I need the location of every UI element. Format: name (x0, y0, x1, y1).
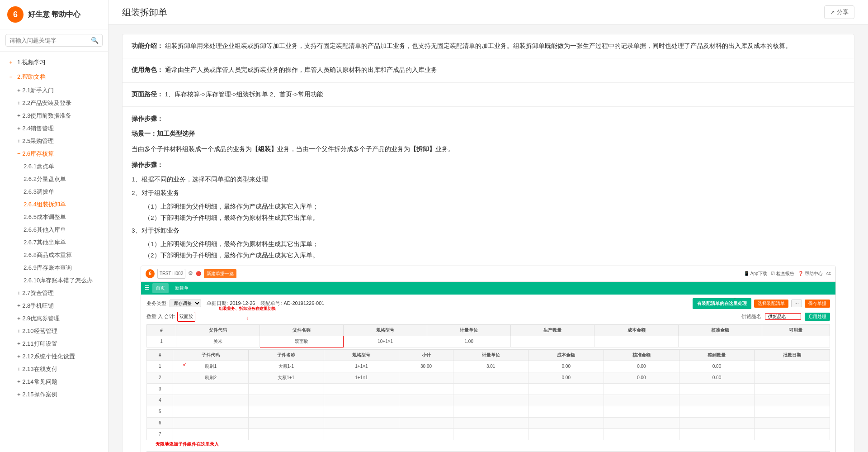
sidebar-item-docs-215[interactable]: + 2.15操作案例 (0, 388, 108, 401)
ss-upper-th-avail: 可用量 (762, 324, 830, 336)
ss-green-bar: 有装配清单的在这里处理 (693, 298, 751, 309)
role-block: 使用角色： 通常由生产人员或库管人员完成拆装业务的操作，库管人员确认原材料的出库… (123, 58, 854, 82)
sidebar-item-docs-212[interactable]: + 2.12系统个性化设置 (0, 350, 108, 363)
step-3-sub1: （1）上部明细为父件明细，最终作为原材料生成其它出库单； (144, 239, 845, 250)
ss-lower-th-unit: 计量单位 (453, 349, 528, 361)
ss-helpcenter: ❓ 帮助中心 (798, 270, 823, 278)
ss-red-dot: 🔴 (196, 270, 201, 278)
ss-upper-table: # 父件代码 父件名称 规格型号 计量单位 生产数量 成本金额 核准金额 可用量 (146, 324, 830, 347)
expand-icon-docs-29: + (17, 315, 22, 322)
role-text: 通常由生产人员或库管人员完成拆装业务的操作，库管人员确认原材料的出库和产成品的入… (165, 67, 437, 73)
sidebar-item-docs-28[interactable]: + 2.8手机旺铺 (0, 300, 108, 312)
ss-more-btn[interactable]: ⋯ (791, 300, 802, 307)
ss-upper-th-qty: 生产数量 (511, 324, 594, 336)
ss-tab-new[interactable]: 新建单 (171, 283, 192, 293)
step-2: 2、对于组装业务 (132, 188, 845, 199)
expand-icon-docs-24: + (17, 125, 22, 132)
ss-assembly-annotation-wrapper: 组装业务、拆卸业务在这里切换 ↓ (219, 303, 276, 323)
ss-id-select: TEST-H002 (157, 269, 185, 279)
sidebar-item-videos[interactable]: + 1.视频学习 (0, 55, 108, 70)
ss-upper-th-name: 父件名称 (259, 324, 343, 336)
expand-icon-docs-23: + (17, 112, 22, 119)
sidebar-item-docs[interactable]: − 2.帮助文档 (0, 70, 108, 84)
ss-lower-row-3: 3 (147, 383, 830, 395)
sidebar-item-videos-label: 1.视频学习 (17, 58, 46, 67)
sidebar-item-docs-210[interactable]: + 2.10经营管理 (0, 325, 108, 338)
expand-icon-docs-22: + (17, 100, 22, 106)
ss-tab-home[interactable]: 自页 (152, 283, 169, 293)
ss-supplier-input[interactable] (765, 313, 801, 320)
intro-block: 功能介绍： 组装拆卸单用来处理企业组装或拆卸等加工业务，支持有固定装配清单的产品… (123, 34, 854, 58)
sidebar-item-docs-268[interactable]: 2.6.8商品成本重算 (0, 249, 108, 262)
sidebar-item-docs-267[interactable]: 2.6.7其他出库单 (0, 236, 108, 249)
main-content: 组装拆卸单 ↗ 分享 功能介绍： 组装拆卸单用来处理企业组装或拆卸等加工业务，支… (108, 0, 868, 452)
ss-lower-th-spec: 规格型号 (324, 349, 399, 361)
sidebar-item-docs-213[interactable]: + 2.13在线支付 (0, 363, 108, 376)
ops-steps-title: 操作步骤： (132, 160, 845, 171)
share-button[interactable]: ↗ 分享 (824, 5, 854, 19)
sidebar-item-docs-266[interactable]: 2.6.6其他入库单 (0, 224, 108, 236)
search-input[interactable] (9, 37, 91, 44)
path-label: 页面路径： (132, 91, 163, 98)
ss-green-annotation: ↑ (734, 295, 736, 303)
ss-upper-th-approve: 核准金额 (678, 324, 762, 336)
intro-text: 组装拆卸单用来处理企业组装或拆卸等加工业务，支持有固定装配清单的产品加工业务，也… (165, 43, 792, 49)
sidebar-item-docs-211[interactable]: + 2.11打印设置 (0, 338, 108, 350)
ss-app-link: 📱 App下载 (744, 270, 767, 278)
expand-icon-docs-213: + (17, 366, 22, 372)
ss-biz-type-label: 业务类型: (146, 299, 168, 308)
step-1: 1、根据不同的业务，选择不同单据的类型来处理 (132, 174, 845, 185)
sidebar-item-docs-29[interactable]: + 2.9优惠券管理 (0, 312, 108, 325)
sidebar-item-docs-24[interactable]: + 2.4销售管理 (0, 122, 108, 135)
expand-icon-docs-210: + (17, 328, 22, 334)
scene-desc: 当由多个子件材料组装成一个成品的业务为【组装】业务，当由一个父件拆分成多个子产品… (132, 144, 845, 155)
search-icon[interactable]: 🔍 (91, 37, 99, 44)
ss-enable-btn[interactable]: 启用处理 (805, 313, 830, 321)
ss-header-row: 6 TEST-H002 ⚙ 🔴 新建单据一览 📱 App下载 ☑ 检查报告 ❓ … (141, 266, 835, 282)
ss-upper-row-1: 1 关米 双面胶 10+1×1 1.00 (147, 336, 830, 347)
expand-icon-docs-28: + (17, 302, 22, 309)
sidebar-item-docs-23[interactable]: + 2.3使用前数据准备 (0, 109, 108, 122)
sidebar-item-docs-263[interactable]: 2.6.3调拨单 (0, 186, 108, 198)
ss-lower-th-qty: 小计 (399, 349, 453, 361)
ss-save-btn[interactable]: 保存单据 (805, 300, 830, 308)
ss-biz-type-select[interactable]: 库存调整 (170, 300, 201, 307)
ss-lower-table: # 子件代码 子件名称 规格型号 小计 计量单位 成本金额 核准金额 (146, 349, 830, 440)
sidebar-item-docs-label: 2.帮助文档 (17, 73, 46, 81)
nav-tree: + 1.视频学习 − 2.帮助文档 + 2.1新手入门 + 2.2产品安装及登录… (0, 52, 108, 452)
sidebar-item-docs-214[interactable]: + 2.14常见问题 (0, 376, 108, 388)
sidebar-item-docs-269[interactable]: 2.6.9库存账本查询 (0, 262, 108, 274)
sidebar-item-docs-26[interactable]: − 2.6库存核算 (0, 147, 108, 160)
screenshot-mock: 6 TEST-H002 ⚙ 🔴 新建单据一览 📱 App下载 ☑ 检查报告 ❓ … (141, 266, 835, 452)
ss-green-text: 有装配清单的在这里处理 (697, 300, 747, 308)
sidebar-item-docs-261[interactable]: 2.6.1盘点单 (0, 160, 108, 173)
share-label: 分享 (837, 8, 849, 16)
content-card: 功能介绍： 组装拆卸单用来处理企业组装或拆卸等加工业务，支持有固定装配清单的产品… (122, 34, 854, 452)
ss-lower-row-1: 1 刷刷1 大额1-1 1+1×1 30.00 3.01 0.00 0.00 (147, 361, 830, 372)
ss-form-area: 业务类型: 库存调整 单据日期: 2019-12-26 (141, 295, 835, 452)
expand-icon-docs-27: + (17, 290, 22, 296)
ss-lower-th-cost: 成本金额 (528, 349, 604, 361)
ss-sidebar-icon: ☰ (145, 283, 150, 293)
sidebar-item-docs-21[interactable]: + 2.1新手入门 (0, 84, 108, 97)
sidebar-item-docs-262[interactable]: 2.6.2分量盘点单 (0, 173, 108, 186)
ss-lower-th-approve: 核准金额 (604, 349, 679, 361)
sidebar-item-docs-22[interactable]: + 2.2产品安装及登录 (0, 97, 108, 109)
sidebar-item-docs-264[interactable]: 2.6.4组装拆卸单 (0, 198, 108, 211)
ss-lower-annotation: 无限地添加子件组件在这里录入 (156, 440, 219, 448)
search-area: 🔍 (0, 29, 108, 52)
sidebar-item-docs-25[interactable]: + 2.5采购管理 (0, 135, 108, 147)
logo-text: 好生意 帮助中心 (28, 10, 80, 19)
path-text: 1、库存核算->库存管理->组装拆卸单 2、首页->常用功能 (165, 91, 323, 98)
step-2-sub2: （2）下部明细为子件明细，最终作为原材料生成其它出库单。 (144, 213, 845, 224)
expand-icon-docs-211: + (17, 340, 22, 347)
sidebar-item-docs-2610[interactable]: 2.6.10库存账本错了怎么办 (0, 274, 108, 287)
sidebar-item-docs-27[interactable]: + 2.7资金管理 (0, 287, 108, 300)
ss-select-config-btn[interactable]: 选择装配清单 (754, 300, 788, 308)
ops-label: 操作步骤： (132, 113, 845, 124)
expand-icon-docs: − (7, 73, 14, 81)
sidebar-item-docs-265[interactable]: 2.6.5成本调整单 (0, 211, 108, 224)
ss-new-btn[interactable]: 新建单据一览 (204, 269, 236, 278)
expand-icon-docs-212: + (17, 353, 22, 360)
ss-teal-bar: ☰ 自页 新建单 (141, 282, 835, 295)
